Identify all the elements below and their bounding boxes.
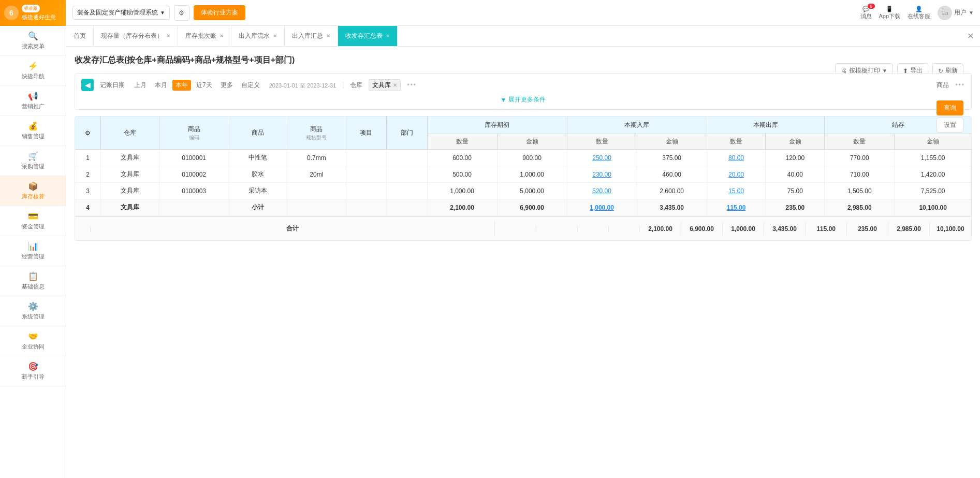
trial-button[interactable]: 体验行业方案 [194,5,245,20]
system-icon: ⚙️ [28,301,38,311]
footer-open-amt: 6,900.00 [681,222,723,236]
footer-out-qty: 115.00 [806,222,847,236]
in-qty-cell[interactable]: 520.00 [567,183,637,199]
settings-button[interactable]: 设置 [937,118,963,133]
tab-home[interactable]: 首页 [66,26,94,46]
out-qty-cell[interactable]: 115.00 [707,199,766,216]
dept-cell [387,166,427,183]
tab-close-summary[interactable]: ✕ [326,33,330,39]
table-container: ⚙ 仓库 商品 编码 商品 商品 [75,116,972,241]
filter-bar: ◀ 记账日期 上月 本月 本年 近7天 更多 自定义 2023-01-01 至 … [75,73,972,110]
tab-recv-send[interactable]: 收发存汇总表 ✕ [338,26,398,46]
sidebar-item-inventory[interactable]: 📦 库存核算 [0,176,66,206]
tabbar: 首页 现存量（库存分布表） ✕ 库存批次账 ✕ 出入库流水 ✕ 出入库汇总 ✕ … [66,26,980,47]
finance-icon: 💳 [28,211,38,221]
in-qty-cell[interactable]: 1,000.00 [567,199,637,216]
close-amt-cell: 1,420.00 [895,166,971,183]
warehouse-more-dots[interactable]: ••• [407,81,417,89]
logo-icon: 6 [4,6,19,20]
col-in-header: 本期入库 [567,117,707,134]
col-settings-header[interactable]: ⚙ [75,117,101,150]
sidebar-item-purchase[interactable]: 🛒 采购管理 [0,146,66,176]
out-qty-cell[interactable]: 20.00 [707,166,766,183]
code-cell: 0100002 [159,166,229,183]
warehouse-tag-close[interactable]: ✕ [393,82,397,88]
open-qty-cell: 600.00 [427,150,497,166]
user-menu[interactable]: Ea 用户 ▼ [938,6,974,20]
messages-button[interactable]: 💬 消息 6 [860,6,872,20]
filter-toggle-button[interactable]: ◀ [81,79,94,91]
system-select[interactable]: 装备及固定资产辅助管理系统 ▼ [72,6,170,20]
date-btn-7days[interactable]: 近7天 [193,80,215,91]
close-qty-cell: 1,505.00 [825,183,895,199]
col-opening-amt-header: 金额 [497,134,567,150]
out-qty-cell[interactable]: 15.00 [707,183,766,199]
sidebar-item-marketing[interactable]: 📢 营销推广 [0,86,66,116]
open-amt-cell: 6,900.00 [497,199,567,216]
col-opening-qty-header: 数量 [427,134,497,150]
tab-close-all-button[interactable]: ✕ [961,26,980,46]
warehouse-cell: 文具库 [101,183,159,199]
goods-more-dots[interactable]: ••• [955,81,965,89]
seq-cell: 2 [75,166,101,183]
spec-cell: 0.7mm [287,150,346,166]
app-download-button[interactable]: 📱 App下载 [879,6,901,20]
date-btn-more[interactable]: 更多 [217,80,236,91]
sidebar-item-finance[interactable]: 💳 资金管理 [0,206,66,236]
inventory-icon: 📦 [28,181,38,191]
date-btn-prev-month[interactable]: 上月 [131,80,150,91]
open-qty-cell: 2,100.00 [427,199,497,216]
tab-flow[interactable]: 出入库流水 ✕ [231,26,285,46]
warehouse-cell: 文具库 [101,199,159,216]
tab-close-batch[interactable]: ✕ [220,33,224,39]
seq-cell: 4 [75,199,101,216]
sidebar-item-search[interactable]: 🔍 搜索菜单 [0,26,66,56]
col-name-header: 商品 [229,117,287,150]
sidebar: 6 标准版 畅捷通好生意 🔍 搜索菜单 ⚡ 快捷导航 📢 营销推广 💰 销售管理… [0,0,66,478]
operations-icon: 📊 [28,241,38,251]
in-amt-cell: 460.00 [637,166,707,183]
sidebar-item-system[interactable]: ⚙️ 系统管理 [0,296,66,326]
sidebar-item-basic[interactable]: 📋 基础信息 [0,266,66,296]
spec-cell [287,199,346,216]
footer-out-amt: 235.00 [847,222,888,236]
sidebar-item-enterprise[interactable]: 🤝 企业协同 [0,326,66,356]
warehouse-cell: 文具库 [101,166,159,183]
tab-close-recv-send[interactable]: ✕ [386,33,390,39]
content-area: 收发存汇总表(按仓库+商品编码+商品+规格型号+项目+部门) 🖨 按模板打印 ▼… [66,47,980,478]
name-cell: 胶水 [229,166,287,183]
purchase-icon: 🛒 [28,151,38,161]
tab-batch[interactable]: 库存批次账 ✕ [178,26,231,46]
online-service-button[interactable]: 👤 在线客服 [908,6,930,20]
date-btn-custom[interactable]: 自定义 [238,80,263,91]
guide-icon: 🎯 [28,361,38,371]
expand-conditions-button[interactable]: ▼ 展开更多条件 [501,95,546,104]
sidebar-item-guide[interactable]: 🎯 新手引导 [0,356,66,386]
page-wrapper: 收发存汇总表(按仓库+商品编码+商品+规格型号+项目+部门) 🖨 按模板打印 ▼… [75,55,972,241]
tab-close-flow[interactable]: ✕ [273,33,277,39]
seq-cell: 3 [75,183,101,199]
tab-summary[interactable]: 出入库汇总 ✕ [285,26,338,46]
sidebar-item-operations[interactable]: 📊 经营管理 [0,236,66,266]
col-dept-header: 部门 [387,117,427,150]
col-out-qty-header: 数量 [707,134,766,150]
sidebar-item-quick[interactable]: ⚡ 快捷导航 [0,56,66,86]
out-qty-cell[interactable]: 80.00 [707,150,766,166]
in-qty-cell[interactable]: 230.00 [567,166,637,183]
data-table: ⚙ 仓库 商品 编码 商品 商品 [75,117,971,216]
name-cell: 采访本 [229,183,287,199]
sidebar-nav: 🔍 搜索菜单 ⚡ 快捷导航 📢 营销推广 💰 销售管理 🛒 采购管理 📦 库存核… [0,26,66,478]
tab-close-stock-dist[interactable]: ✕ [166,33,170,39]
table-row: 2文具库0100002胶水20ml500.001,000.00230.00460… [75,166,971,183]
close-qty-cell: 770.00 [825,150,895,166]
query-button[interactable]: 查询 [937,100,963,115]
close-amt-cell: 1,155.00 [895,150,971,166]
sidebar-item-sales[interactable]: 💰 销售管理 [0,116,66,146]
gear-button[interactable]: ⚙ [174,5,189,21]
date-btn-this-year[interactable]: 本年 [172,80,191,91]
in-amt-cell: 3,435.00 [637,199,707,216]
sales-icon: 💰 [28,121,38,131]
tab-stock-dist[interactable]: 现存量（库存分布表） ✕ [94,26,178,46]
in-qty-cell[interactable]: 250.00 [567,150,637,166]
date-btn-this-month[interactable]: 本月 [152,80,170,91]
